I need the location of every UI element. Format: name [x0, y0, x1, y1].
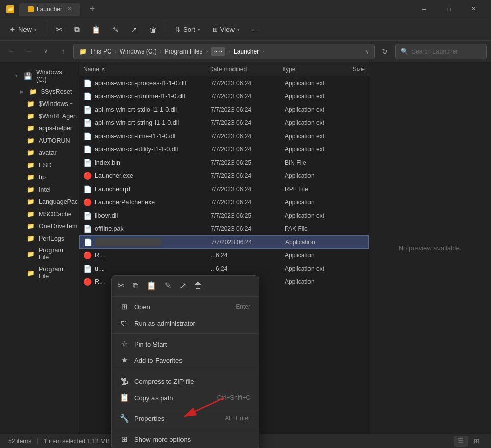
file-row[interactable]: 📄 Launcher.rpf 7/7/2023 06:24 RPF File [79, 182, 369, 196]
minimize-button[interactable]: ─ [412, 0, 436, 18]
col-header-size[interactable]: Size [353, 66, 365, 73]
file-row[interactable]: 📄 api-ms-win-crt-string-l1-1-0.dll 7/7/2… [79, 116, 369, 129]
ctx-copy-button[interactable]: ⧉ [133, 281, 138, 291]
sidebar-folder-icon: 📁 [29, 88, 37, 95]
tab-close-button[interactable]: ✕ [67, 6, 72, 12]
grid-view-button[interactable]: ⊞ [470, 436, 483, 447]
sidebar-item-programfiles2[interactable]: 📁 Program File [2, 263, 76, 282]
sidebar-item-msocache[interactable]: 📁 MSOCache [2, 208, 76, 220]
ctx-compress-item[interactable]: 🗜 Compress to ZIP file [112, 373, 259, 389]
sidebar-item-autorun[interactable]: 📁 AUTORUN [2, 135, 76, 146]
file-type: Application ext [285, 212, 356, 219]
sidebar-item-intel[interactable]: 📁 Intel [2, 183, 76, 195]
more-button[interactable]: ··· [247, 23, 264, 36]
toolbar-separator-2 [166, 23, 166, 36]
path-thispc[interactable]: This PC [90, 48, 112, 55]
file-row[interactable]: 📄 index.bin 7/7/2023 06:25 BIN File [79, 156, 369, 169]
file-row[interactable]: 📄 api-ms-win-crt-stdio-l1-1-0.dll 7/7/20… [79, 103, 369, 116]
view-button[interactable]: ⊞ View ▾ [208, 23, 245, 36]
file-name-cell: 📄 api-ms-win-crt-time-l1-1-0.dll [83, 132, 211, 140]
col-header-name[interactable]: Name ∧ [83, 66, 209, 73]
file-date: 7/7/2023 06:24 [211, 119, 285, 126]
ctx-favorites-item[interactable]: ★ Add to Favorites [112, 352, 259, 368]
forward-button[interactable]: → [21, 44, 36, 59]
sidebar-item-languagepac[interactable]: 📁 LanguagePac [2, 196, 76, 207]
delete-button[interactable]: 🗑 [144, 23, 162, 36]
sidebar-label-winreagen: $WinREAgen [39, 113, 77, 120]
file-row[interactable]: 📄 api-ms-win-crt-runtime-l1-1-0.dll 7/7/… [79, 90, 369, 103]
file-name-hidden [95, 238, 161, 246]
file-row[interactable]: 🔴 Launcher.exe 7/7/2023 06:24 Applicatio… [79, 169, 369, 182]
copy-button[interactable]: ⧉ [69, 22, 85, 36]
col-header-date[interactable]: Date modified [209, 66, 282, 73]
ctx-paste-button[interactable]: 📋 [146, 281, 157, 291]
path-hidden[interactable]: ····· [211, 47, 225, 56]
paste-button[interactable]: 📋 [87, 23, 106, 36]
file-row[interactable]: 📄 u... ...6:24 Application ext [79, 262, 369, 275]
search-box[interactable]: 🔍 Search Launcher [395, 44, 487, 59]
dropdown-button[interactable]: ∨ [39, 44, 53, 59]
maximize-button[interactable]: □ [437, 0, 460, 18]
rename-icon: ✎ [113, 25, 119, 34]
file-row[interactable]: 🔴 LauncherPatcher.exe 7/7/2023 06:24 App… [79, 196, 369, 209]
file-row[interactable]: 📄 offline.pak 7/7/2023 06:24 PAK File [79, 222, 369, 235]
ctx-rename-button[interactable]: ✎ [165, 281, 171, 291]
col-header-type[interactable]: Type [282, 66, 352, 73]
path-launcher[interactable]: Launcher [234, 48, 259, 55]
ctx-moreoptions-item[interactable]: ⊞ Show more options [112, 431, 259, 447]
sidebar-item-winreagen[interactable]: 📁 $WinREAgen [2, 110, 76, 122]
sidebar-item-avatar[interactable]: 📁 avatar [2, 147, 76, 159]
up-button[interactable]: ↑ [56, 44, 70, 59]
ctx-copypath-icon: 📋 [120, 393, 129, 402]
ctx-separator [112, 296, 259, 297]
sidebar-item-onedrive[interactable]: 📁 OneDriveTem [2, 220, 76, 232]
path-dropdown-icon[interactable]: ∨ [365, 48, 369, 55]
cut-button[interactable]: ✂ [50, 22, 67, 37]
item-count: 52 items [8, 438, 31, 445]
close-button[interactable]: ✕ [461, 0, 485, 18]
sidebar-item-hp[interactable]: 📁 hp [2, 171, 76, 183]
refresh-button[interactable]: ↻ [378, 44, 392, 59]
file-row[interactable]: 🔴 R... ...6:24 Application [79, 249, 369, 262]
share-button[interactable]: ↗ [126, 23, 142, 36]
sidebar-item-windows-c[interactable]: ▼ 💾 Windows (C:) [2, 67, 76, 85]
sidebar-item-programfiles1[interactable]: 📁 Program File [2, 245, 76, 263]
file-name-cell: 📄 api-ms-win-crt-stdio-l1-1-0.dll [83, 106, 211, 114]
title-bar: 📁 Launcher ✕ + ─ □ ✕ [0, 0, 491, 18]
new-tab-button[interactable]: + [85, 2, 99, 16]
ctx-delete-button[interactable]: 🗑 [194, 281, 202, 291]
selected-file-row[interactable]: 📄 7/7/2023 06:24 Application [79, 235, 369, 249]
file-name-cell: 📄 u... [83, 265, 211, 273]
sidebar-item-windows[interactable]: 📁 $Windows.~ [2, 98, 76, 110]
sidebar-item-appshelper[interactable]: 📁 apps-helper [2, 122, 76, 134]
file-row[interactable]: 📄 libovr.dll 7/7/2023 06:25 Application … [79, 209, 369, 222]
active-tab[interactable]: Launcher ✕ [19, 3, 80, 16]
address-path[interactable]: 📁 This PC › Windows (C:) › Program Files… [73, 44, 375, 59]
file-name-cell: 📄 index.bin [83, 159, 211, 167]
sidebar-drive-icon: 💾 [24, 72, 32, 80]
file-date: 7/7/2023 06:24 [211, 186, 285, 193]
file-row[interactable]: 📄 api-ms-win-crt-time-l1-1-0.dll 7/7/202… [79, 129, 369, 143]
new-button[interactable]: ✦ New ▾ [4, 22, 42, 37]
file-icon: 🔴 [83, 198, 92, 206]
share-icon: ↗ [131, 25, 137, 34]
list-view-button[interactable]: ☰ [454, 436, 468, 447]
back-button[interactable]: ← [4, 44, 18, 59]
file-row[interactable]: 📄 api-ms-win-crt-process-l1-1-0.dll 7/7/… [79, 76, 369, 90]
ctx-cut-button[interactable]: ✂ [118, 281, 124, 291]
path-programfiles[interactable]: Program Files [165, 48, 203, 55]
rename-button[interactable]: ✎ [108, 23, 124, 36]
ctx-share-button[interactable]: ↗ [179, 281, 186, 291]
ctx-runas-item[interactable]: 🛡 Run as administrator [112, 315, 259, 331]
ctx-pintostart-item[interactable]: ☆ Pin to Start [112, 336, 259, 352]
sidebar-item-sysreset[interactable]: ▶ 📁 $SysReset [2, 86, 76, 97]
file-date: ...6:24 [211, 265, 285, 272]
ctx-open-shortcut: Enter [236, 303, 250, 310]
sort-button[interactable]: ⇅ Sort ▾ [170, 23, 205, 36]
path-drive[interactable]: Windows (C:) [120, 48, 157, 55]
sidebar-item-perflogs[interactable]: 📁 PerfLogs [2, 232, 76, 244]
sidebar-item-esd[interactable]: 📁 ESD [2, 159, 76, 171]
file-row[interactable]: 📄 api-ms-win-crt-utility-l1-1-0.dll 7/7/… [79, 143, 369, 156]
ctx-open-item[interactable]: ⊞ Open Enter [112, 299, 259, 315]
file-type: Application ext [285, 133, 356, 140]
